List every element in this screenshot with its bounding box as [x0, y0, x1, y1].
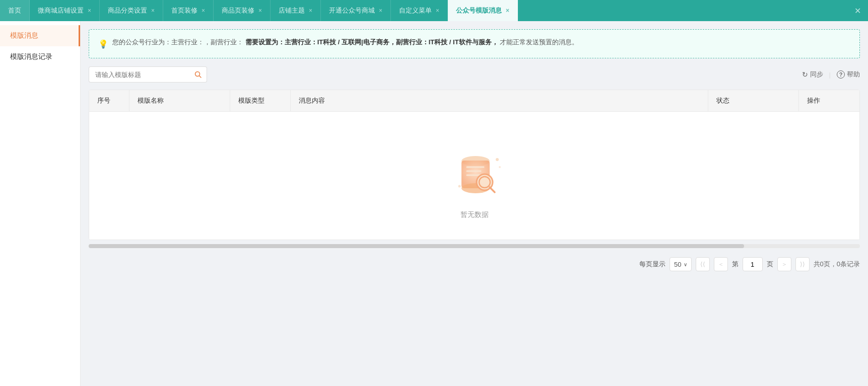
svg-line-1 [199, 76, 202, 78]
notice-icon: 💡 [98, 37, 108, 51]
th-content: 消息内容 [291, 90, 708, 111]
tab-homepage[interactable]: 首页装修 × [163, 0, 214, 21]
close-tab-category[interactable]: × [151, 8, 155, 14]
th-index: 序号 [89, 90, 129, 111]
table-header: 序号 模版名称 模版类型 消息内容 状态 操作 [89, 90, 859, 112]
th-name: 模版名称 [129, 90, 230, 111]
th-action: 操作 [799, 90, 859, 111]
tab-theme[interactable]: 店铺主题 × [271, 0, 321, 21]
page-number-input[interactable] [743, 257, 763, 271]
close-tab-weshop[interactable]: × [88, 8, 91, 14]
last-page-button[interactable]: ⟩⟩ [795, 257, 810, 271]
page-di-label: 第 [732, 260, 739, 269]
notice-box: 💡 您的公众号行业为：主营行业：，副营行业： 需要设置为：主营行业：IT科技 /… [89, 29, 860, 58]
help-icon: ? [837, 70, 845, 79]
svg-point-12 [499, 166, 501, 168]
main-layout: 模版消息 模版消息记录 💡 您的公众号行业为：主营行业：，副营行业： 需要设置为… [0, 21, 868, 386]
page-size-select[interactable]: 50 ∨ [670, 257, 691, 271]
chevron-down-icon: ∨ [684, 262, 687, 267]
close-tab-homepage[interactable]: × [202, 8, 205, 14]
notice-text: 您的公众号行业为：主营行业：，副营行业： 需要设置为：主营行业：IT科技 / 互… [112, 37, 578, 48]
tab-home[interactable]: 首页 [0, 0, 30, 21]
page-unit-label: 页 [767, 260, 773, 269]
tab-category[interactable]: 商品分类设置 × [100, 0, 163, 21]
pagination-bar: 每页显示 50 ∨ ⟨⟨ ＜ 第 页 ＞ ⟩⟩ 共0页，0条记录 [89, 252, 860, 271]
empty-state: 暂无数据 [89, 112, 859, 240]
sidebar: 模版消息 模版消息记录 [0, 21, 81, 386]
search-button[interactable] [189, 66, 207, 83]
help-button[interactable]: ? 帮助 [837, 70, 860, 79]
close-tab-custommenu[interactable]: × [436, 8, 439, 14]
svg-line-10 [490, 187, 495, 192]
close-tab-templatemsg[interactable]: × [506, 8, 509, 14]
close-tab-openstore[interactable]: × [379, 8, 382, 14]
tab-custommenu[interactable]: 自定义菜单 × [391, 0, 448, 21]
empty-illustration [444, 142, 505, 202]
table-container: 序号 模版名称 模版类型 消息内容 状态 操作 [89, 90, 860, 240]
search-input[interactable] [89, 66, 189, 83]
empty-text: 暂无数据 [460, 210, 489, 219]
sync-icon: ↻ [802, 70, 808, 79]
close-all-tabs[interactable]: ✕ [847, 6, 868, 16]
search-bar: ↻ 同步 | ? 帮助 [89, 66, 860, 83]
th-status: 状态 [708, 90, 799, 111]
search-left [89, 66, 207, 83]
close-tab-theme[interactable]: × [309, 8, 312, 14]
tab-bar: 首页 微商城店铺设置 × 商品分类设置 × 首页装修 × 商品页装修 × 店铺主… [0, 0, 868, 21]
scroll-thumb [89, 244, 744, 248]
divider: | [829, 71, 831, 79]
search-right: ↻ 同步 | ? 帮助 [802, 70, 860, 79]
total-info: 共0页，0条记录 [814, 260, 860, 269]
tab-productpage[interactable]: 商品页装修 × [214, 0, 271, 21]
content-area: 💡 您的公众号行业为：主营行业：，副营行业： 需要设置为：主营行业：IT科技 /… [81, 21, 868, 386]
page-size-label: 每页显示 [639, 260, 665, 269]
prev-page-button[interactable]: ＜ [714, 257, 728, 271]
tab-templatemsg[interactable]: 公众号模版消息 × [448, 0, 518, 21]
svg-point-11 [496, 158, 499, 161]
next-page-button[interactable]: ＞ [777, 257, 791, 271]
tab-weshop[interactable]: 微商城店铺设置 × [30, 0, 100, 21]
sync-button[interactable]: ↻ 同步 [802, 70, 823, 79]
close-tab-productpage[interactable]: × [258, 8, 262, 14]
th-type: 模版类型 [230, 90, 291, 111]
sidebar-item-template-msg-record[interactable]: 模版消息记录 [0, 46, 80, 67]
first-page-button[interactable]: ⟨⟨ [696, 257, 710, 271]
notice-highlight: 需要设置为：主营行业：IT科技 / 互联网|电子商务，副营行业：IT科技 / I… [245, 38, 498, 46]
search-icon [194, 71, 202, 78]
tab-openstore[interactable]: 开通公众号商城 × [321, 0, 391, 21]
svg-point-13 [458, 185, 460, 188]
scroll-track[interactable] [89, 244, 860, 248]
sidebar-item-template-msg[interactable]: 模版消息 [0, 25, 80, 46]
